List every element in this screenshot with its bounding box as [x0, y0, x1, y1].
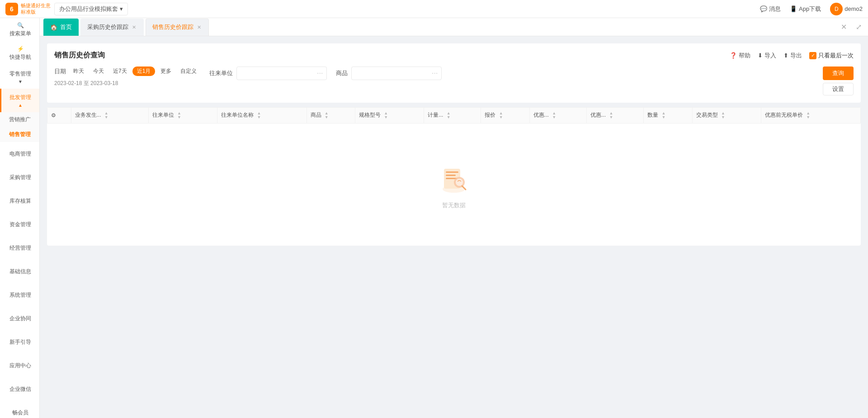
sidebar-item-system[interactable]: 系统管理 — [0, 283, 39, 307]
company-dropdown[interactable]: 办公用品行业模拟账套 ▾ — [54, 3, 128, 15]
sidebar-item-search[interactable]: 🔍 搜索菜单 — [0, 18, 39, 42]
col-unit[interactable]: 计量... ▲▼ — [424, 108, 481, 124]
sort-icon: ▲▼ — [325, 111, 329, 119]
svg-rect-2 — [446, 171, 458, 173]
col-spec[interactable]: 规格型号 ▲▼ — [355, 108, 424, 124]
app-download-action[interactable]: 📱 App下载 — [790, 5, 821, 13]
col-pretax-price[interactable]: 优惠前无税单价 ▲▼ — [761, 108, 861, 124]
date-option-1month[interactable]: 近1月 — [132, 66, 156, 76]
sidebar-item-vip[interactable]: 畅会员 — [0, 401, 39, 418]
close-all-tabs-button[interactable]: ✕ — [838, 21, 849, 33]
sidebar-item-operations[interactable]: 经营管理 — [0, 236, 39, 260]
filter-actions: 查询 设置 — [823, 66, 854, 95]
date-option-7days[interactable]: 近7天 — [109, 66, 131, 76]
settings-button[interactable]: 设置 — [823, 83, 854, 95]
sidebar: 🔍 搜索菜单 ⚡ 快捷导航 零售管理 ▼ 批发管理 ▲ 营销推广 销售管理 电商… — [0, 18, 40, 418]
message-action[interactable]: 💬 消息 — [760, 5, 781, 13]
sort-icon: ▲▼ — [806, 111, 810, 119]
sidebar-item-purchase[interactable]: 采购管理 — [0, 166, 39, 189]
tab-purchase-history[interactable]: 采购历史价跟踪 ✕ — [80, 19, 144, 36]
col-trade-type[interactable]: 交易类型 ▲▼ — [692, 108, 761, 124]
shortcut-icon: ⚡ — [17, 46, 24, 52]
sidebar-item-ecommerce[interactable]: 电商管理 — [0, 142, 39, 166]
logo-icon: 6 — [5, 3, 18, 15]
col-discount1[interactable]: 优惠... ▲▼ — [529, 108, 586, 124]
help-icon: ❓ — [730, 52, 737, 59]
sort-icon: ▲▼ — [609, 111, 613, 119]
sort-icon: ▲▼ — [721, 111, 725, 119]
sort-icon: ▲▼ — [499, 111, 503, 119]
date-option-today[interactable]: 今天 — [90, 66, 108, 76]
filter-row: 日期 昨天 今天 近7天 近1月 更多 自定义 2023-02-18 至 202… — [54, 66, 854, 95]
col-biz-date[interactable]: 业务发生... ▲▼ — [71, 108, 148, 124]
date-range-display: 2023-02-18 至 2023-03-18 — [54, 80, 200, 87]
col-quantity[interactable]: 数量 ▲▼ — [644, 108, 692, 124]
sidebar-item-finance[interactable]: 资金管理 — [0, 213, 39, 236]
sort-icon: ▲▼ — [384, 111, 388, 119]
svg-rect-3 — [446, 175, 456, 176]
export-action[interactable]: ⬆ 导出 — [783, 52, 802, 60]
date-option-custom[interactable]: 自定义 — [177, 66, 200, 76]
partner-input[interactable]: ··· — [236, 66, 327, 80]
sidebar-item-guide[interactable]: 新手引导 — [0, 330, 39, 354]
partner-filter-group: 往来单位 ··· — [209, 66, 327, 80]
tab-close-purchase[interactable]: ✕ — [131, 24, 137, 31]
download-icon: 📱 — [790, 5, 797, 12]
sort-icon: ▲▼ — [662, 111, 666, 119]
col-quote[interactable]: 报价 ▲▼ — [481, 108, 529, 124]
date-filter-group: 日期 昨天 今天 近7天 近1月 更多 自定义 — [54, 66, 200, 76]
sidebar-item-enterprise[interactable]: 企业协同 — [0, 307, 39, 330]
sidebar-item-apps[interactable]: 应用中心 — [0, 354, 39, 377]
sidebar-sub-item-marketing[interactable]: 营销推广 — [0, 112, 39, 127]
help-action[interactable]: ❓ 帮助 — [730, 52, 750, 60]
import-action[interactable]: ⬇ 导入 — [758, 52, 776, 60]
sort-icon: ▲▼ — [552, 111, 556, 119]
empty-state: 暂无数据 — [47, 124, 861, 246]
sidebar-item-shortcut[interactable]: ⚡ 快捷导航 — [0, 42, 39, 65]
sidebar-item-inventory[interactable]: 库存核算 — [0, 189, 39, 213]
sidebar-item-wholesale[interactable]: 批发管理 ▲ — [0, 89, 39, 112]
tab-sales-history[interactable]: 销售历史价跟踪 ✕ — [146, 19, 209, 36]
user-profile[interactable]: D demo2 — [830, 3, 863, 15]
empty-illustration — [436, 160, 472, 196]
sidebar-submenu: 营销推广 销售管理 — [0, 112, 39, 142]
empty-text: 暂无数据 — [442, 201, 466, 209]
import-icon: ⬇ — [758, 52, 763, 59]
sort-icon: ▲▼ — [257, 111, 261, 119]
home-icon: 🏠 — [50, 24, 57, 31]
col-partner-name[interactable]: 往来单位名称 ▲▼ — [217, 108, 307, 124]
only-last-checkbox[interactable]: ✓ 只看最后一次 — [809, 52, 854, 60]
logo: 6 畅捷通好生意 标准版 — [5, 3, 51, 15]
query-panel-header: 销售历史价查询 ❓ 帮助 ⬇ 导入 ⬆ 导出 — [54, 51, 854, 60]
logo-text: 畅捷通好生意 标准版 — [21, 3, 51, 14]
tab-close-sales[interactable]: ✕ — [196, 24, 202, 31]
header-actions: ❓ 帮助 ⬇ 导入 ⬆ 导出 ✓ 只看最后一次 — [730, 52, 854, 60]
tab-home[interactable]: 🏠 首页 — [43, 19, 79, 36]
sort-icon: ▲▼ — [447, 111, 451, 119]
export-icon: ⬆ — [783, 52, 788, 59]
sidebar-sub-item-sales[interactable]: 销售管理 — [0, 127, 39, 142]
sidebar-item-retail[interactable]: 零售管理 ▼ — [0, 65, 39, 89]
date-option-yesterday[interactable]: 昨天 — [70, 66, 88, 76]
chevron-down-icon: ▾ — [120, 5, 123, 12]
query-button[interactable]: 查询 — [823, 66, 854, 80]
date-option-more[interactable]: 更多 — [157, 66, 175, 76]
col-product[interactable]: 商品 ▲▼ — [307, 108, 355, 124]
settings-gear-icon: ⚙ — [51, 112, 56, 119]
tab-bar: 🏠 首页 采购历史价跟踪 ✕ 销售历史价跟踪 ✕ ✕ ⤢ — [40, 18, 868, 36]
sidebar-item-basics[interactable]: 基础信息 — [0, 260, 39, 283]
col-partner-code[interactable]: 往来单位 ▲▼ — [148, 108, 217, 124]
col-settings[interactable]: ⚙ — [47, 108, 71, 124]
maximize-button[interactable]: ⤢ — [853, 21, 864, 33]
col-discount2[interactable]: 优惠... ▲▼ — [587, 108, 644, 124]
chevron-up-icon: ▲ — [18, 103, 23, 108]
page-title: 销售历史价查询 — [54, 51, 105, 60]
product-input[interactable]: ··· — [351, 66, 442, 80]
sort-icon: ▲▼ — [104, 111, 108, 119]
date-options: 昨天 今天 近7天 近1月 更多 自定义 — [70, 66, 200, 76]
svg-point-6 — [456, 179, 463, 186]
avatar: D — [830, 3, 843, 15]
checkbox-icon: ✓ — [809, 52, 816, 59]
sidebar-item-wechat[interactable]: 企业微信 — [0, 377, 39, 401]
sort-icon: ▲▼ — [177, 111, 181, 119]
